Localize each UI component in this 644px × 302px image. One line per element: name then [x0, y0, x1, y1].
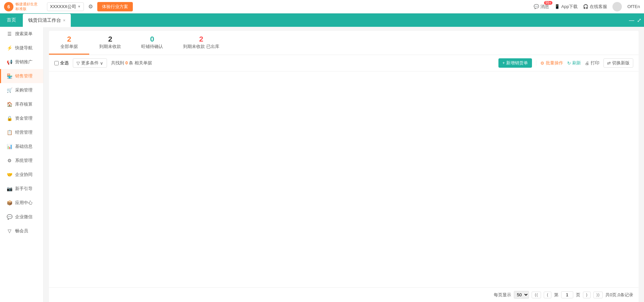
switch-version-btn[interactable]: ⇄ 切换新版: [603, 58, 633, 68]
stats-tab-overdue[interactable]: 2 到期未收款: [89, 31, 131, 55]
enterprise-wechat-icon: 💬: [6, 214, 12, 220]
marketing-icon: 📢: [6, 59, 12, 65]
stats-label-overdue: 到期未收款: [99, 44, 121, 49]
sidebar-item-vip[interactable]: ▽ 畅会员: [0, 224, 43, 238]
select-all-input[interactable]: [54, 61, 59, 65]
vip-icon: ▽: [6, 228, 12, 234]
stats-tab-all[interactable]: 2 全部单据: [49, 31, 89, 55]
main-layout: ☰ 搜索菜单 ⚡ 快捷导航 📢 营销推广 🏪 销售管理 🛒 采购管理 🏠 库存核…: [0, 27, 644, 302]
tab-close-icon[interactable]: ×: [63, 18, 65, 23]
inventory-icon: 🏠: [6, 101, 12, 107]
stats-count-shipped: 2: [183, 35, 219, 44]
first-page-btn[interactable]: ⟨⟨: [532, 292, 541, 298]
minimize-btn[interactable]: —: [629, 17, 634, 23]
avatar[interactable]: [612, 2, 622, 11]
sales-icon: 🏪: [6, 73, 12, 79]
add-sales-order-btn[interactable]: + 新增销货单: [498, 58, 532, 68]
sidebar-item-label: 企业微信: [15, 214, 33, 220]
topbar: 6 畅捷通好生意 标准版 XXXXXX公司 ▼ ⚙ 体验行业方案 💬 消息 99…: [0, 0, 644, 13]
tabbar: 首页 钱货日清工作台 × — ⤢: [0, 13, 644, 27]
sidebar-item-search-menu[interactable]: ☰ 搜索菜单: [0, 27, 43, 41]
sidebar-item-basic-info[interactable]: 📊 基础信息: [0, 139, 43, 154]
stats-count-all: 2: [59, 35, 79, 44]
sidebar-item-beginner[interactable]: 📷 新手引导: [0, 182, 43, 196]
tabbar-actions: — ⤢: [629, 17, 641, 23]
toolbar-right: + 新增销货单 ⚙ 批量操作 ↻ 刷新 🖨 打印 ⇄ 切换新版: [498, 58, 633, 68]
operations-icon: 📋: [6, 129, 12, 135]
sidebar-item-enterprise-collab[interactable]: 🤝 企业协同: [0, 168, 43, 182]
app-download-label: App下载: [561, 4, 578, 10]
pagination: 每页显示 50 ⟨⟨ ⟨ 第 页 ⟩ ⟩⟩ 共0页,0条记录: [49, 287, 639, 302]
app-download-item[interactable]: 📱 App下载: [554, 4, 578, 10]
found-text: 共找到 0 条 相关单据: [111, 60, 152, 66]
app-center-icon: 📦: [6, 200, 12, 206]
sidebar-item-label: 库存核算: [15, 101, 33, 107]
experience-btn[interactable]: 体验行业方案: [97, 2, 133, 11]
sidebar-item-marketing[interactable]: 📢 营销推广: [0, 55, 43, 69]
stats-label-shipped: 到期未收款 已出库: [183, 44, 219, 49]
system-icon: ⚙: [6, 158, 12, 164]
toolbar-left: 全选 ▽ 更多条件 ∨ 共找到 0 条 相关单据: [54, 58, 152, 68]
tab-home[interactable]: 首页: [0, 13, 23, 27]
stats-tab-pending[interactable]: 0 旺铺待确认: [131, 31, 173, 55]
sidebar: ☰ 搜索菜单 ⚡ 快捷导航 📢 营销推广 🏪 销售管理 🛒 采购管理 🏠 库存核…: [0, 27, 44, 302]
sidebar-item-quick-nav[interactable]: ⚡ 快捷导航: [0, 41, 43, 55]
sidebar-item-label: 企业协同: [15, 172, 33, 178]
filter-btn[interactable]: ▽ 更多条件 ∨: [73, 58, 107, 68]
select-all-checkbox[interactable]: 全选: [54, 60, 69, 66]
maximize-btn[interactable]: ⤢: [637, 17, 641, 23]
empty-area: [49, 71, 639, 205]
refresh-icon: ↻: [567, 61, 571, 66]
logo-icon: 6: [4, 2, 13, 11]
sidebar-item-app-center[interactable]: 📦 应用中心: [0, 196, 43, 210]
batch-operation-btn[interactable]: ⚙ 批量操作: [540, 60, 563, 66]
page-suffix: 页: [576, 292, 580, 298]
messages-item[interactable]: 💬 消息 99+: [534, 4, 549, 10]
toolbar: 全选 ▽ 更多条件 ∨ 共找到 0 条 相关单据 + 新增销货单 ⚙: [49, 55, 639, 71]
company-name: XXXXXX公司: [50, 4, 76, 10]
prev-page-btn[interactable]: ⟨: [544, 292, 551, 298]
sidebar-item-enterprise-wechat[interactable]: 💬 企业微信: [0, 210, 43, 224]
sidebar-item-sales[interactable]: 🏪 销售管理: [0, 69, 43, 83]
table-area: [49, 71, 639, 287]
per-page-select[interactable]: 50: [514, 291, 529, 299]
avatar-name: OfTEn: [627, 4, 640, 9]
sidebar-item-inventory[interactable]: 🏠 库存核算: [0, 97, 43, 111]
next-page-btn[interactable]: ⟩: [583, 292, 591, 298]
page-label: 第: [554, 292, 558, 298]
filter-arrow: ∨: [100, 61, 103, 66]
page-input[interactable]: [561, 291, 573, 298]
batch-icon: ⚙: [540, 61, 544, 66]
refresh-btn[interactable]: ↻ 刷新: [567, 60, 581, 66]
active-tab-label: 钱货日清工作台: [28, 17, 61, 23]
per-page-label: 每页显示: [494, 292, 511, 298]
filter-label: 更多条件: [81, 60, 99, 66]
stats-label-pending: 旺铺待确认: [141, 44, 163, 49]
print-btn[interactable]: 🖨 打印: [585, 60, 599, 66]
settings-icon[interactable]: ⚙: [87, 3, 95, 11]
sidebar-item-capital[interactable]: 🔒 资金管理: [0, 111, 43, 125]
online-service-item[interactable]: 🎧 在线客服: [583, 4, 607, 10]
switch-icon: ⇄: [607, 61, 611, 66]
filter-icon: ▽: [76, 61, 80, 66]
basic-info-icon: 📊: [6, 143, 12, 149]
quick-nav-icon: ⚡: [6, 45, 12, 51]
company-selector[interactable]: XXXXXX公司 ▼: [47, 2, 84, 11]
logo-area: 6 畅捷通好生意 标准版: [4, 2, 44, 11]
stats-tabs: 2 全部单据 2 到期未收款 0 旺铺待确认 2 到期未收款 已出库: [49, 31, 639, 55]
logo-text: 畅捷通好生意 标准版: [15, 2, 38, 11]
stats-count-pending: 0: [141, 35, 163, 44]
last-page-btn[interactable]: ⟩⟩: [593, 292, 603, 298]
sidebar-item-system[interactable]: ⚙ 系统管理: [0, 154, 43, 168]
sidebar-item-label: 快捷导航: [15, 45, 33, 51]
topbar-right: 💬 消息 99+ 📱 App下载 🎧 在线客服 OfTEn: [534, 2, 640, 11]
sidebar-item-purchase[interactable]: 🛒 采购管理: [0, 83, 43, 97]
tab-active-qhrc[interactable]: 钱货日清工作台 ×: [23, 14, 71, 27]
capital-icon: 🔒: [6, 115, 12, 121]
sidebar-item-operations[interactable]: 📋 经营管理: [0, 125, 43, 139]
toolbar-divider: [536, 60, 536, 66]
stats-tab-shipped[interactable]: 2 到期未收款 已出库: [173, 31, 229, 55]
sidebar-item-label: 营销推广: [15, 59, 33, 65]
sidebar-item-label: 搜索菜单: [15, 31, 33, 37]
app-download-icon: 📱: [554, 4, 560, 9]
